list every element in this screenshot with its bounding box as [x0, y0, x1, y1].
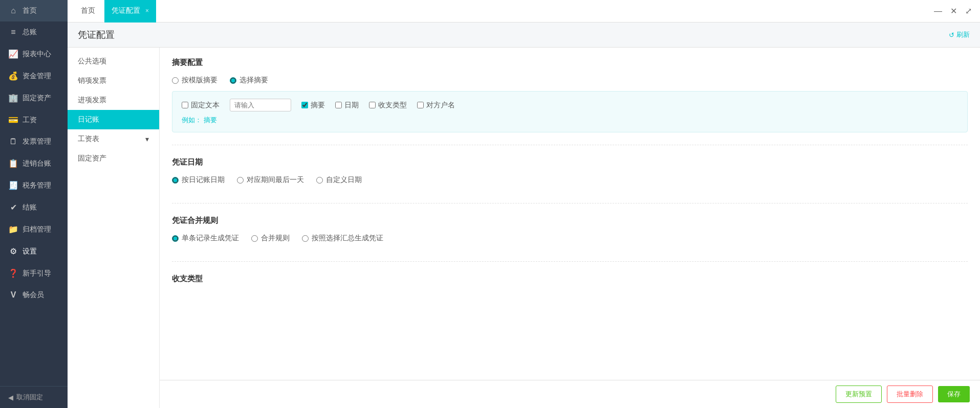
summary-checkbox-row: 固定文本 摘要 日期 [182, 99, 958, 111]
tab-home[interactable]: 首页 [74, 0, 102, 22]
date-radio-custom[interactable]: 自定义日期 [316, 175, 362, 185]
summary-example: 例如： 摘要 [182, 116, 958, 125]
right-content: 摘要配置 按模版摘要 选择摘要 [160, 48, 980, 380]
summary-section-title: 摘要配置 [172, 58, 968, 67]
vip-icon: V [8, 290, 18, 300]
sidebar-item-tax-mgmt[interactable]: 🧾 税务管理 [0, 174, 68, 196]
sidebar-item-payroll[interactable]: 💳 工资 [0, 109, 68, 131]
home-icon: ⌂ [8, 6, 18, 15]
sidebar-item-invoice-mgmt[interactable]: 🗒 发票管理 [0, 131, 68, 152]
date-section-title: 凭证日期 [172, 157, 968, 167]
sidebar-item-fixed-assets[interactable]: 🏢 固定资产 [0, 87, 68, 109]
date-radio-group: 按日记账日期 对应期间最后一天 自定义日期 [172, 175, 968, 185]
sidebar-item-funds[interactable]: 💰 资金管理 [0, 65, 68, 87]
tab-bar: 首页 凭证配置 × — ✕ ⤢ [68, 0, 980, 22]
content-area: 公共选项 销项发票 进项发票 日记账 工资表 ▾ 固定资产 [68, 48, 980, 408]
bottom-bar: 更新预置 批量删除 保存 [160, 380, 980, 408]
left-nav-fixed-assets[interactable]: 固定资产 [68, 149, 159, 168]
window-minimize-btn[interactable]: — [932, 4, 944, 18]
settlement-icon: ✔ [8, 202, 18, 212]
tab-bar-actions: — ✕ ⤢ [932, 4, 974, 18]
sidebar-item-guide[interactable]: ❓ 新手引导 [0, 262, 68, 284]
sidebar-item-vip[interactable]: V 畅会员 [0, 284, 68, 306]
merge-section: 凭证合并规则 单条记录生成凭证 合并规则 按照选择汇总生成凭证 [172, 216, 968, 262]
merge-radio-aggregate[interactable]: 按照选择汇总生成凭证 [302, 234, 383, 243]
checkbox-summary[interactable]: 摘要 [301, 101, 325, 110]
right-panel: 摘要配置 按模版摘要 选择摘要 [160, 48, 980, 408]
left-nav-public[interactable]: 公共选项 [68, 52, 159, 71]
sidebar-bottom: ◀ 取消固定 [0, 386, 68, 408]
date-section: 凭证日期 按日记账日期 对应期间最后一天 自定义日期 [172, 157, 968, 203]
checkbox-opposite-name[interactable]: 对方户名 [417, 101, 455, 110]
date-radio-journal[interactable]: 按日记账日期 [172, 175, 225, 185]
date-radio-period-last[interactable]: 对应期间最后一天 [237, 175, 304, 185]
sidebar-item-reports[interactable]: 📈 报表中心 [0, 43, 68, 65]
checkbox-income-type[interactable]: 收支类型 [369, 101, 407, 110]
page-header: 凭证配置 ↺ 刷新 [68, 22, 980, 48]
page-title: 凭证配置 [78, 29, 115, 41]
settings-icon: ⚙ [8, 246, 18, 256]
sidebar-item-settings[interactable]: ⚙ 设置 [0, 240, 68, 262]
sidebar-item-archive[interactable]: 📁 归档管理 [0, 218, 68, 240]
left-nav-sales-invoice[interactable]: 销项发票 [68, 71, 159, 90]
batch-delete-btn[interactable]: 批量删除 [887, 386, 933, 403]
refresh-btn[interactable]: ↺ 刷新 [949, 30, 970, 39]
sidebar-item-settlement[interactable]: ✔ 结账 [0, 196, 68, 218]
sidebar-scroll: ⌂ 首页 ≡ 总账 📈 报表中心 💰 资金管理 🏢 固定资产 💳 工资 🗒 发票… [0, 0, 68, 386]
update-preview-btn[interactable]: 更新预置 [836, 386, 882, 403]
ledger-icon: ≡ [8, 28, 18, 37]
summary-radio-template[interactable]: 按模版摘要 [172, 76, 217, 85]
sidebar-item-ledger[interactable]: ≡ 总账 [0, 21, 68, 43]
save-btn[interactable]: 保存 [938, 386, 970, 402]
collapse-arrow-icon: ◀ [8, 394, 13, 401]
left-nav: 公共选项 销项发票 进项发票 日记账 工资表 ▾ 固定资产 [68, 48, 160, 408]
sidebar-collapse-btn[interactable]: ◀ 取消固定 [0, 387, 68, 408]
payroll-icon: 💳 [8, 115, 18, 125]
sidebar-item-purchase-sales[interactable]: 📋 进销台账 [0, 152, 68, 174]
merge-radio-group: 单条记录生成凭证 合并规则 按照选择汇总生成凭证 [172, 234, 968, 243]
income-section: 收支类型 [172, 274, 968, 304]
left-nav-journal[interactable]: 日记账 [68, 110, 159, 129]
purchase-sales-icon: 📋 [8, 158, 18, 168]
funds-icon: 💰 [8, 71, 18, 81]
main-area: 首页 凭证配置 × — ✕ ⤢ 凭证配置 ↺ 刷新 公共选项 销项发票 [68, 0, 980, 408]
invoice-mgmt-icon: 🗒 [8, 137, 18, 146]
summary-radio-group: 按模版摘要 选择摘要 [172, 76, 968, 85]
tax-mgmt-icon: 🧾 [8, 180, 18, 190]
left-nav-purchase-invoice[interactable]: 进项发票 [68, 90, 159, 110]
window-expand-btn[interactable]: ⤢ [963, 4, 974, 18]
tab-close-icon[interactable]: × [145, 7, 149, 14]
checkbox-date[interactable]: 日期 [335, 101, 359, 110]
chevron-down-icon: ▾ [145, 135, 149, 143]
merge-radio-single[interactable]: 单条记录生成凭证 [172, 234, 239, 243]
refresh-icon: ↺ [949, 31, 954, 39]
window-close-btn[interactable]: ✕ [948, 4, 959, 18]
merge-section-title: 凭证合并规则 [172, 216, 968, 225]
sidebar-item-home[interactable]: ⌂ 首页 [0, 0, 68, 21]
checkbox-fixed-text[interactable]: 固定文本 [182, 101, 220, 110]
summary-radio-select[interactable]: 选择摘要 [230, 76, 268, 85]
summary-config-box: 固定文本 摘要 日期 [172, 91, 968, 132]
income-section-title: 收支类型 [172, 274, 968, 284]
fixed-text-input[interactable] [230, 99, 291, 111]
summary-section: 摘要配置 按模版摘要 选择摘要 [172, 58, 968, 145]
tab-voucher-config[interactable]: 凭证配置 × [104, 0, 156, 22]
merge-radio-merge[interactable]: 合并规则 [251, 234, 290, 243]
fixed-assets-icon: 🏢 [8, 93, 18, 103]
guide-icon: ❓ [8, 268, 18, 278]
left-nav-payroll-table[interactable]: 工资表 ▾ [68, 129, 159, 149]
sidebar: ⌂ 首页 ≡ 总账 📈 报表中心 💰 资金管理 🏢 固定资产 💳 工资 🗒 发票… [0, 0, 68, 408]
archive-icon: 📁 [8, 224, 18, 234]
reports-icon: 📈 [8, 49, 18, 59]
